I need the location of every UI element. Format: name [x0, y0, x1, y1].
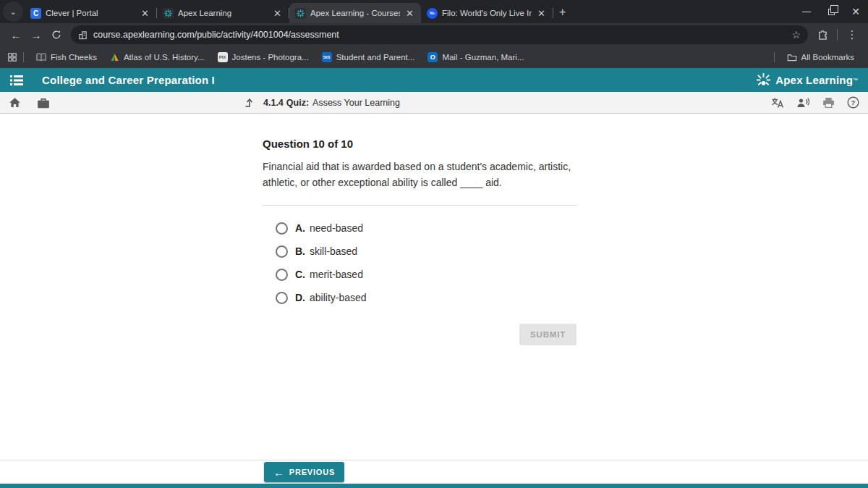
option-letter: B. — [295, 245, 305, 257]
url-text[interactable]: course.apexlearning.com/public/activity/… — [93, 30, 791, 40]
filo-favicon-icon: filo — [427, 8, 438, 19]
apex-learning-wordmark: Apex Learning — [775, 74, 853, 86]
option-letter: D. — [295, 292, 305, 303]
browser-menu-icon[interactable]: ⋮ — [842, 25, 862, 45]
tab-search-button[interactable]: ⌄ — [3, 1, 23, 22]
radio-button[interactable] — [276, 292, 288, 304]
radio-button[interactable] — [276, 269, 288, 281]
tab-title: Filo: World's Only Live Instant T — [442, 9, 532, 17]
read-aloud-icon[interactable] — [796, 97, 810, 109]
trademark-symbol: ™ — [853, 77, 858, 83]
activity-type: Quiz: — [286, 98, 309, 108]
option-text: ability-based — [310, 292, 367, 303]
clever-favicon-icon: C — [30, 8, 41, 19]
radio-button[interactable] — [276, 222, 288, 235]
tab-separator — [553, 8, 553, 18]
previous-button[interactable]: ← PREVIOUS — [264, 462, 344, 482]
answer-option-a[interactable]: A. need-based — [276, 222, 576, 235]
restore-icon — [828, 9, 835, 15]
activity-bar: 4.1.4 Quiz: Assess Your Learning ? — [0, 92, 868, 114]
quiz-content: Question 10 of 10 Financial aid that is … — [0, 114, 868, 460]
quiz-footer: ← PREVIOUS — [0, 460, 868, 484]
answer-options: A. need-based B. skill-based C. merit-ba… — [263, 222, 576, 304]
bookmark-mail-guzman[interactable]: O Mail - Guzman, Mari... — [427, 52, 524, 62]
course-header: College and Career Preparation I Apex Le… — [0, 68, 868, 92]
answer-option-b[interactable]: B. skill-based — [276, 245, 576, 258]
translate-icon[interactable] — [771, 97, 784, 109]
minimize-button[interactable]: — — [794, 0, 819, 23]
answer-option-c[interactable]: C. merit-based — [276, 268, 576, 281]
sis-favicon-icon: SIS — [322, 52, 332, 62]
bookmark-label: Jostens - Photogra... — [232, 53, 309, 62]
apex-learning-logo: Apex Learning™ — [756, 72, 858, 88]
apex-favicon-icon — [295, 8, 306, 19]
apex-starburst-icon — [756, 72, 771, 88]
bookmarks-separator — [23, 52, 24, 62]
tab-title: Apex Learning - Courses — [310, 9, 400, 17]
option-letter: C. — [295, 269, 305, 280]
bookmark-label: Fish Cheeks — [51, 53, 97, 62]
tab-apex-learning[interactable]: Apex Learning ✕ — [157, 3, 289, 23]
bookmark-student-parent[interactable]: SIS Student and Parent... — [322, 52, 415, 62]
bookmark-star-icon[interactable]: ☆ — [791, 29, 801, 41]
back-button[interactable]: ← — [6, 25, 26, 45]
option-text: skill-based — [310, 245, 357, 257]
question-text: Financial aid that is awarded based on a… — [263, 159, 576, 190]
activity-code: 4.1.4 — [263, 98, 284, 108]
all-bookmarks-button[interactable]: All Bookmarks — [787, 53, 855, 62]
level-up-icon[interactable] — [244, 97, 255, 108]
new-tab-button[interactable]: + — [559, 6, 566, 19]
briefcase-icon[interactable] — [37, 97, 50, 109]
tab-close-icon[interactable]: ✕ — [272, 8, 283, 19]
tab-close-icon[interactable]: ✕ — [536, 8, 547, 19]
course-menu-icon[interactable] — [10, 75, 23, 86]
tab-close-icon[interactable]: ✕ — [404, 8, 415, 19]
question-counter: Question 10 of 10 — [263, 138, 576, 150]
window-controls: — ✕ — [794, 0, 868, 23]
tab-close-icon[interactable]: ✕ — [140, 8, 150, 19]
help-icon[interactable]: ? — [847, 96, 859, 109]
answer-option-d[interactable]: D. ability-based — [276, 291, 576, 304]
address-bar[interactable]: course.apexlearning.com/public/activity/… — [71, 25, 808, 44]
bookmark-atlas-history[interactable]: Atlas of U.S. History... — [110, 53, 205, 62]
reload-button[interactable] — [46, 25, 67, 45]
bookmark-fish-cheeks[interactable]: Fish Cheeks — [36, 53, 97, 62]
print-icon[interactable] — [822, 97, 835, 109]
restore-button[interactable] — [819, 0, 843, 23]
apex-favicon-icon — [163, 8, 174, 19]
tab-title: Apex Learning — [178, 9, 268, 17]
submit-button[interactable]: SUBMIT — [519, 324, 576, 345]
bottom-accent-bar — [0, 484, 868, 488]
tab-strip: ⌄ C Clever | Portal ✕ Apex Learning ✕ Ap… — [0, 0, 868, 23]
bookmark-jostens[interactable]: PIX Jostens - Photogra... — [218, 52, 309, 62]
toolbar-right: ⋮ — [812, 25, 862, 45]
site-info-icon[interactable] — [78, 30, 88, 40]
option-text: merit-based — [310, 269, 363, 280]
radio-button[interactable] — [276, 245, 288, 258]
svg-text:?: ? — [851, 98, 856, 106]
close-window-button[interactable]: ✕ — [843, 0, 868, 23]
option-letter: A. — [295, 222, 305, 234]
bookmark-label: Mail - Guzman, Mari... — [442, 53, 524, 62]
tab-clever-portal[interactable]: C Clever | Portal ✕ — [25, 3, 156, 23]
forward-button[interactable]: → — [26, 25, 46, 45]
bookmarks-separator — [774, 52, 775, 62]
tab-apex-learning-courses-active[interactable]: Apex Learning - Courses ✕ — [289, 3, 421, 23]
course-title: College and Career Preparation I — [42, 74, 215, 86]
apps-grid-icon[interactable] — [7, 52, 17, 62]
tab-filo[interactable]: filo Filo: World's Only Live Instant T ✕ — [421, 3, 553, 23]
atlas-logo-icon — [110, 53, 119, 62]
bookmarks-bar: Fish Cheeks Atlas of U.S. History... PIX… — [0, 46, 868, 68]
book-icon — [36, 53, 46, 62]
outlook-favicon-icon: O — [427, 52, 438, 62]
home-icon[interactable] — [9, 97, 21, 108]
bookmark-label: Atlas of U.S. History... — [124, 53, 205, 62]
browser-toolbar: ← → course.apexlearning.com/public/activ… — [0, 23, 868, 46]
extensions-icon[interactable] — [812, 25, 833, 45]
activity-tools: ? — [771, 96, 859, 109]
activity-name: Assess Your Learning — [312, 98, 400, 108]
left-arrow-icon: ← — [273, 466, 285, 479]
tab-title: Clever | Portal — [46, 9, 135, 17]
browser-window: ⌄ C Clever | Portal ✕ Apex Learning ✕ Ap… — [0, 0, 868, 488]
option-text: need-based — [310, 222, 363, 234]
